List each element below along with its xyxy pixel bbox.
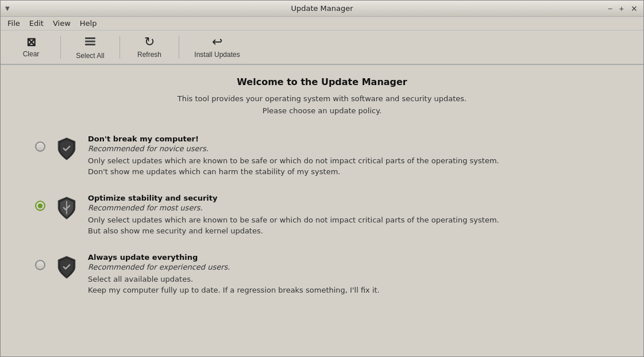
policy-novice-shield-icon (55, 137, 79, 161)
welcome-title: Welcome to the Update Manager (24, 76, 620, 87)
policy-novice-detail: Only select updates which are known to b… (88, 155, 609, 178)
policy-most-radio[interactable] (35, 201, 45, 211)
refresh-icon: ↻ (144, 36, 155, 48)
menu-file[interactable]: File (3, 18, 25, 29)
policy-experienced-text: Always update everything Recommended for… (88, 253, 609, 296)
policy-experienced-shield-icon (55, 255, 79, 279)
svg-rect-1 (85, 40, 95, 42)
window-menu-arrow[interactable]: ▼ (5, 5, 10, 11)
title-bar: ▼ Update Manager − + ✕ (1, 1, 643, 17)
welcome-desc2: Please choose an update policy. (24, 105, 620, 117)
toolbar-sep-1 (60, 36, 61, 59)
menu-view[interactable]: View (48, 18, 75, 29)
policy-experienced-name: Always update everything (88, 253, 609, 262)
content-area: Welcome to the Update Manager This tool … (1, 65, 643, 356)
clear-icon: ⊠ (26, 36, 36, 48)
svg-rect-2 (85, 44, 95, 45)
policy-most-name: Optimize stability and security (88, 194, 609, 202)
toolbar: ⊠ Clear Select All ↻ Refresh ↩ Install U… (1, 30, 643, 65)
policy-most-shield-icon (55, 196, 79, 220)
policy-experienced-rec: Recommended for experienced users. (88, 263, 609, 271)
install-updates-icon: ↩ (212, 36, 222, 48)
select-all-button[interactable]: Select All (64, 32, 116, 62)
minimize-button[interactable]: − (607, 5, 614, 13)
window-title: Update Manager (291, 4, 353, 13)
policy-most-detail: Only select updates which are known to b… (88, 214, 609, 237)
policy-most-text: Optimize stability and security Recommen… (88, 194, 609, 237)
menu-bar: File Edit View Help (1, 17, 643, 30)
policy-experienced-radio[interactable] (35, 260, 45, 270)
toolbar-sep-2 (119, 36, 120, 59)
refresh-button[interactable]: ↻ Refresh (124, 32, 175, 62)
select-all-icon (84, 35, 97, 49)
policy-novice-radio[interactable] (35, 141, 45, 152)
title-bar-left: ▼ (5, 5, 10, 11)
policy-novice-radio-wrap (35, 141, 45, 152)
policy-experienced: Always update everything Recommended for… (24, 253, 620, 296)
toolbar-sep-3 (179, 36, 179, 59)
policy-novice: Don't break my computer! Recommended for… (24, 135, 620, 178)
install-updates-label: Install Updates (194, 51, 240, 59)
welcome-section: Welcome to the Update Manager This tool … (24, 76, 620, 117)
maximize-button[interactable]: + (618, 5, 625, 13)
policy-most-radio-inner (38, 204, 43, 208)
close-button[interactable]: ✕ (630, 5, 639, 13)
refresh-label: Refresh (137, 51, 161, 59)
policy-novice-text: Don't break my computer! Recommended for… (88, 135, 609, 178)
policy-most-radio-wrap (35, 201, 45, 211)
policy-experienced-radio-wrap (35, 260, 45, 270)
select-all-label: Select All (76, 52, 104, 60)
policy-most: Optimize stability and security Recommen… (24, 194, 620, 237)
policy-novice-name: Don't break my computer! (88, 135, 609, 143)
clear-button[interactable]: ⊠ Clear (5, 32, 57, 62)
window-controls: − + ✕ (607, 5, 639, 13)
install-updates-button[interactable]: ↩ Install Updates (183, 32, 252, 62)
menu-help[interactable]: Help (75, 18, 102, 29)
policy-novice-rec: Recommended for novice users. (88, 144, 609, 153)
policy-experienced-detail: Select all available updates. Keep my co… (88, 274, 609, 296)
menu-edit[interactable]: Edit (25, 18, 48, 29)
svg-rect-0 (85, 37, 95, 39)
policy-most-rec: Recommended for most users. (88, 204, 609, 212)
welcome-desc1: This tool provides your operating system… (24, 93, 620, 105)
window: ▼ Update Manager − + ✕ File Edit View He… (0, 0, 644, 357)
clear-label: Clear (23, 50, 40, 58)
